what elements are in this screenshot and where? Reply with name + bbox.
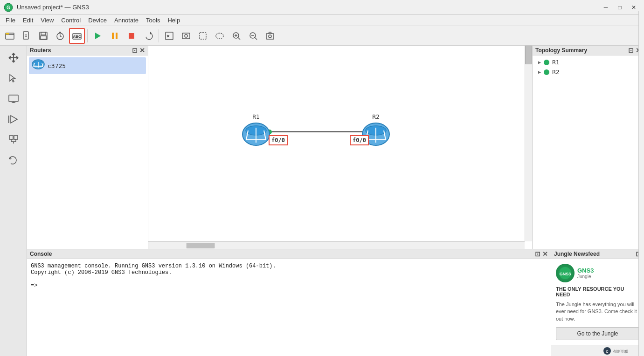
routers-panel-close[interactable]: ✕ <box>139 47 145 54</box>
zoom-out-toolbar-btn[interactable] <box>245 28 261 44</box>
r2-interface-label: f0/0 <box>350 135 369 145</box>
topology-panel: Topology Summary ⊡ ✕ ▶ R1 ▶ R <box>532 46 644 249</box>
center-area: Routers ⊡ ✕ <box>27 46 644 356</box>
panels-row: Routers ⊡ ✕ <box>27 46 644 249</box>
menu-item-file[interactable]: File <box>2 16 19 25</box>
pause-all-toolbar-btn[interactable] <box>107 28 123 44</box>
jungle-logo-text: GNS3 <box>577 267 594 274</box>
play-tool-button[interactable] <box>4 110 23 129</box>
router-item-label: c3725 <box>48 62 66 69</box>
svg-rect-21 <box>166 32 173 40</box>
console-toolbar-btn[interactable] <box>161 28 177 44</box>
menu-item-control[interactable]: Control <box>57 16 84 25</box>
svg-rect-47 <box>9 95 18 102</box>
jungle-header: Jungle Newsfeed ⊡ <box>551 249 644 259</box>
close-button[interactable]: ✕ <box>627 3 640 12</box>
svg-text:ABC: ABC <box>73 34 81 39</box>
jungle-description: The Jungle has everything you will ever … <box>556 301 639 322</box>
toolbar: ABC <box>0 26 644 46</box>
vscroll-thumb[interactable] <box>525 46 532 64</box>
start-all-toolbar-btn[interactable] <box>90 28 106 44</box>
separator1 <box>87 29 88 42</box>
zoom-in-toolbar-btn[interactable] <box>229 28 244 44</box>
svg-point-27 <box>216 33 223 39</box>
svg-rect-4 <box>23 32 28 39</box>
pan-tool-button[interactable] <box>4 48 23 67</box>
console-close[interactable]: ✕ <box>542 250 548 258</box>
topology-panel-float[interactable]: ⊡ <box>628 47 634 54</box>
jungle-logo-sub: Jungle <box>577 274 594 279</box>
topo-vscrollbar[interactable] <box>638 46 644 249</box>
separator2 <box>159 29 159 42</box>
show-labels-toolbar-btn[interactable]: ABC <box>69 28 85 44</box>
topology-panel-header: Topology Summary ⊡ ✕ <box>533 46 644 55</box>
ellipse-toolbar-btn[interactable] <box>212 28 228 44</box>
jungle-logo: GNS3 GNS3 Jungle <box>556 264 639 282</box>
jungle-title: Jungle Newsfeed <box>554 251 600 257</box>
canvas-hscrollbar[interactable] <box>148 241 525 249</box>
svg-marker-16 <box>95 33 101 39</box>
svg-rect-3 <box>6 33 9 34</box>
node-r1-label: R1 <box>252 113 260 120</box>
topo-item-r2[interactable]: ▶ R2 <box>534 67 642 77</box>
svg-rect-52 <box>9 136 13 139</box>
console-controls: ⊡ ✕ <box>535 250 548 258</box>
menu-item-view[interactable]: View <box>37 16 57 25</box>
watermark-logo: C 创新互联 <box>603 347 640 355</box>
reload-toolbar-btn[interactable] <box>140 28 156 44</box>
new-file-toolbar-btn[interactable] <box>19 28 35 44</box>
maximize-button[interactable]: □ <box>613 3 626 12</box>
select-tool-button[interactable] <box>4 69 23 88</box>
minimize-button[interactable]: ─ <box>599 3 612 12</box>
network-svg <box>148 46 532 249</box>
svg-rect-19 <box>129 33 134 39</box>
menu-bar: FileEditViewControlDeviceAnnotateToolsHe… <box>0 15 644 26</box>
router-r1-icon <box>242 122 270 146</box>
routers-panel-float[interactable]: ⊡ <box>132 47 138 54</box>
menu-item-edit[interactable]: Edit <box>19 16 37 25</box>
routers-panel-title: Routers <box>30 47 51 54</box>
svg-rect-24 <box>182 33 190 39</box>
svg-rect-53 <box>14 136 18 139</box>
svg-text:GNS3: GNS3 <box>560 272 571 276</box>
main-layout: Routers ⊡ ✕ <box>0 46 644 356</box>
topo-dot-r1 <box>544 60 549 65</box>
svg-rect-18 <box>116 33 118 39</box>
canvas-vscrollbar[interactable] <box>525 46 532 241</box>
device-manager-button[interactable] <box>4 130 23 149</box>
topo-item-r1[interactable]: ▶ R1 <box>534 57 642 67</box>
router-item-c3725[interactable]: c3725 <box>29 57 146 74</box>
routers-panel: Routers ⊡ ✕ <box>27 46 148 249</box>
left-sidebar <box>0 46 27 356</box>
canvas-scrollable[interactable]: R1 f0/0 <box>148 46 532 249</box>
svg-rect-8 <box>41 32 46 35</box>
topology-panel-title: Topology Summary <box>535 47 587 54</box>
screenshot-toolbar-btn[interactable] <box>178 28 194 44</box>
menu-item-help[interactable]: Help <box>164 16 184 25</box>
svg-line-33 <box>255 37 257 40</box>
undo-button[interactable] <box>4 151 23 170</box>
app-icon: G <box>4 3 13 12</box>
menu-item-annotate[interactable]: Annotate <box>111 16 142 25</box>
menu-item-tools[interactable]: Tools <box>142 16 164 25</box>
topology-list: ▶ R1 ▶ R2 <box>533 55 644 79</box>
topo-arrow-r1: ▶ <box>538 60 541 65</box>
monitor-tool-button[interactable] <box>4 89 23 108</box>
open-folder-toolbar-btn[interactable] <box>2 28 18 44</box>
camera-toolbar-btn[interactable] <box>262 28 278 44</box>
rect-select-toolbar-btn[interactable] <box>195 28 211 44</box>
jungle-panel: Jungle Newsfeed ⊡ GNS3 GNS3 Jun <box>551 249 644 356</box>
canvas-area[interactable]: R1 f0/0 <box>148 46 532 249</box>
goto-jungle-button[interactable]: Go to the Jungle <box>556 327 639 340</box>
topo-label-r1: R1 <box>552 59 560 66</box>
hscroll-thumb[interactable] <box>187 243 215 248</box>
svg-text:C: C <box>606 349 609 354</box>
console-float[interactable]: ⊡ <box>535 250 540 258</box>
save-toolbar-btn[interactable] <box>35 28 51 44</box>
stop-all-toolbar-btn[interactable] <box>124 28 139 44</box>
menu-item-device[interactable]: Device <box>84 16 111 25</box>
jungle-heading: THE ONLY RESOURCE YOU NEED <box>556 286 639 297</box>
timer-toolbar-btn[interactable] <box>52 28 68 44</box>
svg-point-36 <box>269 35 271 38</box>
node-r1[interactable]: R1 <box>242 113 270 146</box>
